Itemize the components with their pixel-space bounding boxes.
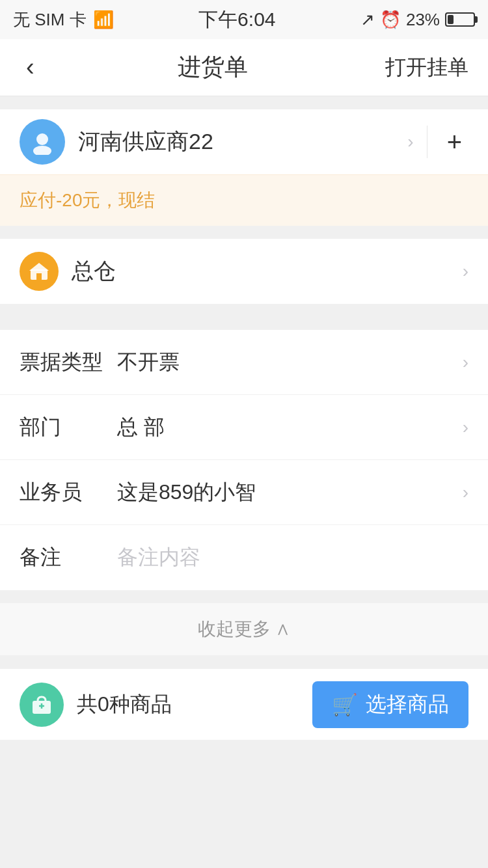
bottom-bar: 共0种商品 🛒 选择商品 <box>0 668 488 740</box>
remarks-label: 备注 <box>20 543 104 572</box>
svg-point-1 <box>33 146 51 155</box>
supplier-arrow-icon: › <box>407 131 413 152</box>
open-pending-button[interactable]: 打开挂单 <box>385 53 468 82</box>
select-product-button[interactable]: 🛒 选择商品 <box>312 681 468 728</box>
collapse-row[interactable]: 收起更多 ∧ <box>0 603 488 655</box>
warehouse-name: 总仓 <box>72 256 463 286</box>
battery-icon <box>445 12 475 27</box>
carrier-label: 无 SIM 卡 <box>13 8 87 31</box>
section-divider-2 <box>0 226 488 239</box>
supplier-name: 河南供应商22 <box>78 127 407 157</box>
status-left: 无 SIM 卡 📶 <box>13 8 114 31</box>
invoice-type-row[interactable]: 票据类型 不开票 › <box>0 330 488 395</box>
form-section: 票据类型 不开票 › 部门 总 部 › 业务员 这是859的小智 › 备注 备注… <box>0 330 488 590</box>
back-button[interactable]: ‹ <box>20 47 41 88</box>
department-arrow-icon: › <box>463 417 468 438</box>
notice-text: 应付-20元，现结 <box>20 190 155 210</box>
section-divider-1 <box>0 96 488 109</box>
svg-marker-3 <box>29 263 49 271</box>
remarks-row[interactable]: 备注 备注内容 <box>0 525 488 590</box>
warehouse-icon <box>20 252 59 291</box>
supplier-avatar <box>20 119 65 165</box>
nav-bar: ‹ 进货单 打开挂单 <box>0 39 488 96</box>
select-btn-icon: 🛒 <box>332 692 358 717</box>
svg-point-0 <box>36 133 48 145</box>
remarks-placeholder: 备注内容 <box>104 543 468 572</box>
salesperson-arrow-icon: › <box>463 482 468 503</box>
notice-banner: 应付-20元，现结 <box>0 174 488 226</box>
page-title: 进货单 <box>178 51 248 83</box>
location-icon: ↗ <box>360 10 375 30</box>
collapse-label: 收起更多 ∧ <box>198 617 291 642</box>
department-value: 总 部 <box>104 413 463 442</box>
battery-percent: 23% <box>406 10 440 30</box>
invoice-type-label: 票据类型 <box>20 348 104 377</box>
supplier-divider <box>427 126 427 158</box>
salesperson-row[interactable]: 业务员 这是859的小智 › <box>0 460 488 525</box>
select-btn-label: 选择商品 <box>366 690 449 719</box>
status-right: ↗ ⏰ 23% <box>360 10 475 30</box>
supplier-section: 河南供应商22 › + 应付-20元，现结 <box>0 109 488 226</box>
product-count-label: 共0种商品 <box>77 690 312 719</box>
status-bar: 无 SIM 卡 📶 下午6:04 ↗ ⏰ 23% <box>0 0 488 39</box>
warehouse-row[interactable]: 总仓 › <box>0 239 488 304</box>
product-icon <box>20 683 64 727</box>
department-row[interactable]: 部门 总 部 › <box>0 395 488 460</box>
warehouse-arrow-icon: › <box>463 261 468 282</box>
department-label: 部门 <box>20 413 104 442</box>
invoice-type-arrow-icon: › <box>463 352 468 373</box>
supplier-add-button[interactable]: + <box>441 121 468 163</box>
salesperson-label: 业务员 <box>20 478 104 507</box>
status-time: 下午6:04 <box>198 7 275 33</box>
wifi-icon: 📶 <box>93 10 114 30</box>
invoice-type-value: 不开票 <box>104 348 463 377</box>
salesperson-value: 这是859的小智 <box>104 478 463 507</box>
svg-rect-4 <box>36 273 42 280</box>
supplier-row[interactable]: 河南供应商22 › + <box>0 109 488 174</box>
section-divider-3 <box>0 304 488 317</box>
alarm-icon: ⏰ <box>380 10 401 30</box>
